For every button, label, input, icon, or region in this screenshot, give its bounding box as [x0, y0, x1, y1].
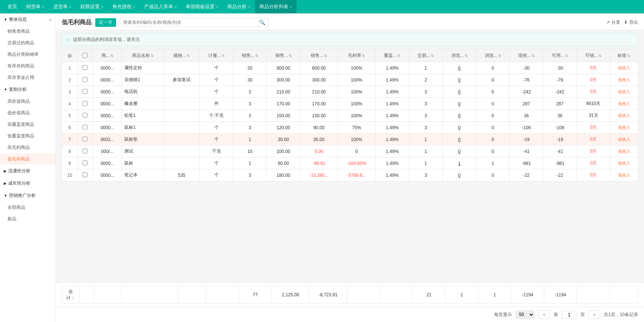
page-size-label: 每页显示: [494, 312, 512, 318]
row-browse1[interactable]: 0: [443, 146, 476, 157]
col-browse1[interactable]: 浏览...⇅: [443, 50, 476, 62]
row-unit: 个: [199, 86, 233, 98]
row-select-checkbox[interactable]: [83, 101, 87, 106]
row-browse1[interactable]: 1: [443, 157, 476, 169]
period-button[interactable]: 近一月: [95, 18, 116, 27]
row-checkbox[interactable]: [77, 134, 93, 146]
sidebar-item-high-value[interactable]: 高价值商品: [0, 96, 55, 107]
row-checkbox[interactable]: [77, 62, 93, 74]
sidebar-item-low-coverage[interactable]: 低覆盖度商品: [0, 130, 55, 142]
sidebar-item-capital[interactable]: 库存资金占用: [0, 72, 55, 83]
sidebar-item-high-coverage[interactable]: 高覆盖度商品: [0, 119, 55, 130]
row-select-checkbox[interactable]: [83, 137, 87, 141]
row-select-checkbox[interactable]: [83, 65, 87, 70]
row-browse1[interactable]: 0: [443, 74, 476, 86]
nav-close-template[interactable]: ×: [216, 5, 218, 9]
col-sale-days[interactable]: 可销...⇅: [577, 50, 610, 62]
row-select-checkbox[interactable]: [83, 125, 87, 130]
row-checkbox[interactable]: [77, 146, 93, 157]
sidebar-item-traded-products[interactable]: 交易过的商品: [0, 37, 55, 49]
sidebar-item-category-rate[interactable]: 商品分类助销率: [0, 49, 55, 60]
row-checkbox[interactable]: [77, 74, 93, 86]
next-page-button[interactable]: ＞: [589, 310, 600, 319]
col-name[interactable]: 商品名称⇅: [122, 50, 164, 62]
col-trade[interactable]: 交易...⇅: [409, 50, 442, 62]
row-browse1[interactable]: 0: [443, 169, 476, 181]
nav-close-role-auth[interactable]: ×: [133, 5, 135, 9]
nav-purchase[interactable]: 进货单×: [49, 0, 76, 13]
page-input[interactable]: [562, 311, 577, 319]
row-checkbox[interactable]: [77, 98, 93, 110]
row-browse1[interactable]: 0: [443, 62, 476, 74]
sidebar-header-value[interactable]: ▼ 复制分析: [0, 83, 55, 96]
sidebar-header-growth[interactable]: ▶ 成长性分析: [0, 177, 55, 189]
row-days: 0天: [577, 134, 610, 146]
nav-product-analysis-list[interactable]: 商品分析列表×: [255, 0, 297, 13]
nav-sales[interactable]: 销货单×: [22, 0, 49, 13]
row-checkbox[interactable]: [77, 122, 93, 134]
row-browse1[interactable]: 0: [443, 98, 476, 110]
nav-role-auth[interactable]: 角色授权×: [108, 0, 140, 13]
share-button[interactable]: ↗ 分享: [606, 19, 620, 26]
row-select-checkbox[interactable]: [83, 149, 87, 153]
row-spec: [164, 98, 199, 110]
row-browse1[interactable]: 0: [443, 86, 476, 98]
row-browse1[interactable]: 0: [443, 110, 476, 122]
row-code: 0000...: [93, 157, 122, 169]
nav-close-sales[interactable]: ×: [42, 5, 44, 9]
search-input[interactable]: [123, 20, 259, 25]
col-unit[interactable]: 计量...⇅: [199, 50, 233, 62]
search-icon[interactable]: 🔍: [259, 19, 265, 25]
nav-product-analysis[interactable]: 商品分析×: [223, 0, 255, 13]
row-browse1[interactable]: 0: [443, 122, 476, 134]
col-browse2[interactable]: 浏览...⇅: [476, 50, 510, 62]
sidebar-item-new-products[interactable]: 新品: [0, 213, 55, 225]
col-code[interactable]: 商...⇅: [93, 50, 122, 62]
sidebar-item-low-profit[interactable]: 低毛利商品: [0, 153, 55, 165]
col-checkbox[interactable]: [77, 50, 93, 62]
sidebar-header-marketing[interactable]: ▼ 营销推广分析: [0, 189, 55, 202]
row-checkbox[interactable]: [77, 110, 93, 122]
nav-home[interactable]: 首页: [3, 0, 22, 13]
row-select-checkbox[interactable]: [83, 113, 87, 118]
nav-product-in[interactable]: 产成品入库单×: [140, 0, 181, 13]
col-settings[interactable]: ⚙: [62, 50, 78, 62]
sidebar-item-sales-products[interactable]: 销售类商品: [0, 26, 55, 37]
sidebar-item-all-products[interactable]: 全部商品: [0, 202, 55, 213]
sidebar-item-in-stock[interactable]: 有库存的商品: [0, 60, 55, 72]
nav-template[interactable]: 单据模板设置×: [181, 0, 223, 13]
col-spec[interactable]: 规格...⇅: [164, 50, 199, 62]
sidebar-collapse-btn[interactable]: «: [49, 17, 52, 23]
row-checkbox[interactable]: [77, 157, 93, 169]
row-select-checkbox[interactable]: [83, 89, 87, 94]
col-qty[interactable]: 销售...⇅: [233, 50, 267, 62]
row-checkbox[interactable]: [77, 86, 93, 98]
nav-close-permissions[interactable]: ×: [101, 5, 103, 9]
nav-close-product-analysis[interactable]: ×: [248, 5, 250, 9]
sidebar-item-low-value[interactable]: 低价值商品: [0, 107, 55, 119]
col-sale-amt[interactable]: 销售...⇅: [300, 50, 338, 62]
col-price[interactable]: 销售...⇅: [267, 50, 300, 62]
col-coverage[interactable]: 覆盖...⇅: [375, 50, 409, 62]
prev-page-button[interactable]: ＜: [538, 310, 550, 319]
nav-close-product-in[interactable]: ×: [174, 5, 177, 9]
row-select-checkbox[interactable]: [83, 160, 87, 165]
select-all-checkbox[interactable]: [83, 53, 87, 58]
sidebar-item-high-profit[interactable]: 高毛利商品: [0, 142, 55, 153]
row-select-checkbox[interactable]: [83, 77, 87, 82]
export-button[interactable]: ⬇ 导出: [624, 19, 638, 26]
row-browse1[interactable]: 0: [443, 134, 476, 146]
col-tag[interactable]: 标签⇅: [610, 50, 638, 62]
sidebar-header-overall[interactable]: ▼ 整体信息 «: [0, 13, 55, 26]
row-checkbox[interactable]: [77, 169, 93, 181]
settings-icon[interactable]: ⚙: [67, 53, 72, 59]
col-margin[interactable]: 毛利率⇅: [338, 50, 376, 62]
nav-permissions[interactable]: 权限设置×: [76, 0, 108, 13]
nav-close-product-analysis-list[interactable]: ×: [290, 5, 292, 9]
col-avail[interactable]: 可用...⇅: [543, 50, 577, 62]
nav-close-purchase[interactable]: ×: [69, 5, 71, 9]
page-size-select[interactable]: 50 100 200: [516, 310, 535, 319]
row-select-checkbox[interactable]: [83, 172, 87, 177]
col-stock[interactable]: 现有...⇅: [510, 50, 543, 62]
sidebar-header-circulation[interactable]: ▶ 流通性分析: [0, 165, 55, 177]
